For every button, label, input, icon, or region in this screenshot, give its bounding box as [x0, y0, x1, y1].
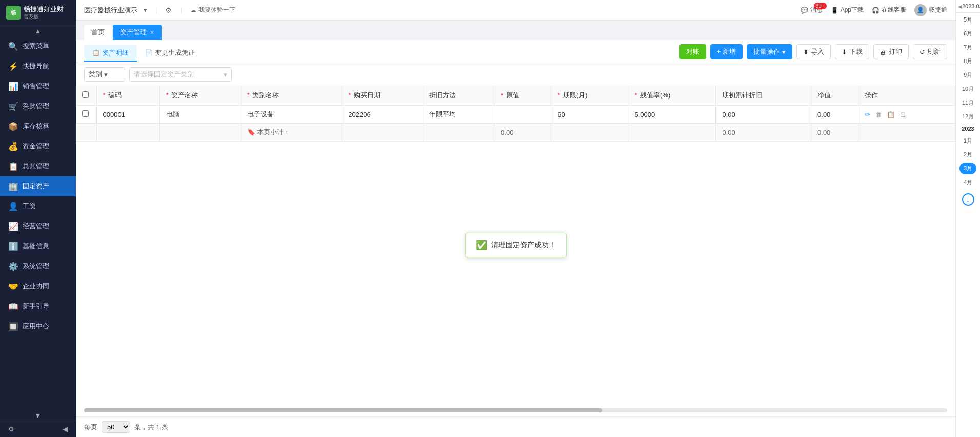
timeline-10[interactable]: 10月: [956, 82, 980, 96]
subtotal-empty7: [628, 124, 716, 142]
reconcile-button[interactable]: 对账: [679, 44, 706, 59]
sub-tab-generate-voucher[interactable]: 📄 变更生成凭证: [137, 45, 203, 62]
per-page-select[interactable]: 50 100 200: [102, 421, 130, 433]
settings-gear-icon[interactable]: ⚙: [165, 6, 172, 14]
sidebar-scroll-up[interactable]: ▲: [0, 26, 76, 36]
sidebar-item-basic-info[interactable]: ℹ️ 基础信息: [0, 236, 76, 256]
sidebar-bottom: ⚙ ◀: [0, 421, 76, 437]
row-checkbox[interactable]: [82, 110, 89, 117]
toast-notification: ✅ 清理固定资产成功！: [465, 233, 567, 257]
row-period: 60: [551, 106, 628, 124]
sidebar-nav: 🔍 搜索菜单 ⚡ 快捷导航 📊 销售管理 🛒 采购管理 📦 库存核算 💰 资金管…: [0, 36, 76, 410]
refresh-icon: ↺: [919, 48, 925, 56]
sidebar-item-sales[interactable]: 📊 销售管理: [0, 76, 76, 96]
enterprise-icon: 🤝: [8, 282, 18, 291]
tab-home[interactable]: 首页: [84, 25, 112, 40]
generate-voucher-icon: 📄: [145, 49, 153, 56]
sidebar-item-ledger[interactable]: 📋 总账管理: [0, 156, 76, 176]
row-code: 000001: [96, 106, 159, 124]
sidebar-item-guide[interactable]: 📖 新手引导: [0, 296, 76, 316]
refresh-button[interactable]: ↺ 刷新: [913, 44, 947, 59]
timeline-11[interactable]: 11月: [956, 96, 980, 110]
timeline-4[interactable]: 4月: [956, 175, 980, 189]
sidebar-item-search[interactable]: 🔍 搜索菜单: [0, 36, 76, 56]
filter-row: 类别 ▾ 请选择固定资产类别 ▾: [76, 63, 955, 86]
copy-icon[interactable]: 📋: [887, 111, 895, 118]
pagination: 每页 50 100 200 条，共 1 条: [76, 416, 955, 437]
horizontal-scrollbar[interactable]: [84, 408, 947, 412]
sidebar-item-salary[interactable]: 👤 工资: [0, 196, 76, 216]
app-icon: 📱: [831, 7, 838, 14]
sidebar-item-capital[interactable]: 💰 资金管理: [0, 136, 76, 156]
company-dropdown[interactable]: ▾: [144, 6, 147, 14]
sidebar-item-purchase[interactable]: 🛒 采购管理: [0, 96, 76, 116]
subtotal-empty6: [551, 124, 628, 142]
timeline-7[interactable]: 7月: [956, 41, 980, 54]
new-button[interactable]: + 新增: [710, 44, 743, 59]
timeline-5[interactable]: 5月: [956, 13, 980, 27]
sidebar-item-quick-nav[interactable]: ⚡ 快捷导航: [0, 56, 76, 76]
category-filter-select[interactable]: 类别 ▾: [84, 67, 125, 82]
sidebar-scroll-down[interactable]: ▼: [0, 410, 76, 421]
sales-icon: 📊: [8, 82, 18, 91]
panel-left-chevron-icon[interactable]: ◀: [958, 4, 962, 9]
th-depreciation-method: 折旧方法: [423, 86, 494, 106]
more-icon[interactable]: ⊡: [900, 111, 906, 118]
sidebar-item-label: 应用中心: [23, 322, 49, 331]
sidebar-item-label: 工资: [23, 202, 36, 211]
message-badge: 99+: [814, 3, 827, 9]
subtotal-net-value: 0.00: [811, 124, 858, 142]
sidebar-item-management[interactable]: 📈 经营管理: [0, 216, 76, 236]
tab-assets-mgmt[interactable]: 资产管理 ✕: [113, 25, 162, 40]
th-original-value: * 原值: [494, 86, 551, 106]
import-button[interactable]: ⬆ 导入: [796, 44, 831, 59]
purchase-icon: 🛒: [8, 102, 18, 111]
sidebar-item-label: 库存核算: [23, 122, 49, 131]
timeline-12[interactable]: 12月: [956, 110, 980, 124]
user-avatar-button[interactable]: 👤 畅捷通: [914, 4, 947, 16]
delete-icon[interactable]: 🗑: [875, 111, 882, 118]
guide-icon: 📖: [8, 302, 18, 311]
select-all-checkbox[interactable]: [82, 91, 89, 98]
batch-ops-button[interactable]: 批量操作 ▾: [747, 44, 792, 59]
settings-icon[interactable]: ⚙: [8, 425, 14, 433]
service-button[interactable]: 🎧 在线客服: [872, 6, 906, 14]
th-initial-accumulated: 期初累计折旧: [716, 86, 811, 106]
download-button[interactable]: ⬇ 下载: [835, 44, 869, 59]
topbar: 医疗器械行业演示 ▾ | ⚙ | ☁ 我要体验一下 💬 消息 99+ 📱 App…: [76, 0, 955, 21]
th-residual-rate: * 残值率(%): [628, 86, 716, 106]
sidebar-item-fixed-assets[interactable]: 🏢 固定资产: [0, 176, 76, 196]
timeline-8[interactable]: 8月: [956, 54, 980, 68]
timeline-3-current[interactable]: 3月: [959, 163, 976, 174]
subtotal-empty8: [858, 124, 955, 142]
print-button[interactable]: 🖨 打印: [873, 44, 909, 59]
collapse-icon[interactable]: ◀: [63, 425, 68, 433]
batch-ops-label: 批量操作: [753, 47, 780, 56]
timeline-down-icon[interactable]: ↓: [962, 193, 974, 206]
sidebar-item-inventory[interactable]: 📦 库存核算: [0, 116, 76, 136]
timeline-2[interactable]: 2月: [956, 148, 980, 162]
topbar-right: 💬 消息 99+ 📱 App下载 🎧 在线客服 👤 畅捷通: [801, 4, 947, 16]
timeline-9[interactable]: 9月: [956, 68, 980, 82]
sub-tab-asset-detail[interactable]: 📋 资产明细: [84, 45, 137, 62]
inventory-icon: 📦: [8, 122, 18, 131]
message-icon: 💬: [801, 7, 808, 14]
category-input[interactable]: 请选择固定资产类别 ▾: [129, 67, 232, 82]
fixed-assets-icon: 🏢: [8, 182, 18, 191]
avatar: 👤: [914, 4, 927, 16]
category-chevron-icon: ▾: [104, 71, 108, 78]
timeline-year-2023: 2023: [956, 124, 980, 134]
sidebar-item-app-center[interactable]: 🔲 应用中心: [0, 316, 76, 336]
edit-icon[interactable]: ✏: [865, 111, 870, 118]
quick-nav-icon: ⚡: [8, 62, 18, 71]
message-button[interactable]: 💬 消息 99+: [801, 6, 823, 14]
experience-button[interactable]: ☁ 我要体验一下: [190, 6, 235, 14]
timeline-1[interactable]: 1月: [956, 134, 980, 148]
timeline-6[interactable]: 6月: [956, 27, 980, 41]
system-icon: ⚙️: [8, 262, 18, 271]
app-download-button[interactable]: 📱 App下载: [831, 6, 864, 14]
sidebar-item-system[interactable]: ⚙️ 系统管理: [0, 256, 76, 276]
tab-close-icon[interactable]: ✕: [150, 29, 154, 36]
sub-tab-label: 资产明细: [102, 48, 129, 57]
sidebar-item-enterprise[interactable]: 🤝 企业协同: [0, 276, 76, 296]
